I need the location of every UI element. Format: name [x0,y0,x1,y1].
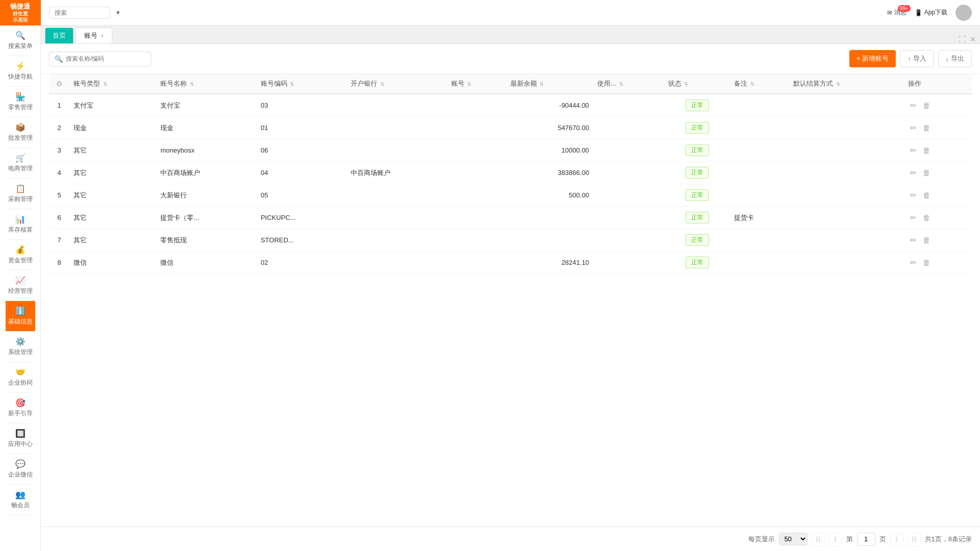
status-badge: 正常 [685,189,709,201]
row-remark [730,252,789,274]
ecommerce-icon: 🛒 [8,153,33,163]
edit-button[interactable]: ✏ [908,145,919,156]
export-label: 导出 [951,54,964,63]
row-balance: 500.00 [506,184,593,207]
edit-button[interactable]: ✏ [908,100,919,111]
row-remark [730,229,789,252]
member-icon: 👥 [8,490,33,499]
topbar-dropdown[interactable]: ▾ [116,9,120,16]
fullscreen-button[interactable]: ⛶ [959,35,966,43]
status-badge: 正常 [685,257,709,268]
sort-balance-icon[interactable]: ⇅ [540,81,544,87]
sidebar-item-wholesale[interactable]: 📦批发管理 [6,117,35,148]
row-action: ✏ 🗑 [904,252,972,274]
delete-button[interactable]: 🗑 [921,235,933,245]
import-button[interactable]: ↑ 导入 [900,50,934,67]
sidebar-item-app-center[interactable]: 🔲应用中心 [6,423,35,454]
row-code: 01 [257,117,347,139]
per-page-label: 每页显示 [748,535,775,544]
sort-settlement-icon[interactable]: ⇅ [836,81,840,87]
delete-button[interactable]: 🗑 [921,100,933,111]
row-type: 其它 [69,184,156,207]
topbar-left: ▾ [49,7,120,19]
sidebar-label-system: 系统管理 [8,348,33,356]
search-box[interactable]: 🔍 [49,52,151,66]
msg-badge: 99+ [898,5,911,12]
prev-page-button[interactable]: ⟨ [829,533,842,546]
last-page-button[interactable]: ⟩⟩ [908,533,921,546]
sidebar-item-enterprise[interactable]: 🤝企业协同 [6,362,35,393]
edit-button[interactable]: ✏ [908,212,919,223]
next-page-button[interactable]: ⟩ [890,533,903,546]
topbar-search-input[interactable] [49,7,110,19]
table-row: 4 其它 中百商场账户 04 中百商场账户 383866.00 正常 ✏ 🗑 [49,162,972,184]
edit-button[interactable]: ✏ [908,190,919,201]
row-status: 正常 [664,184,730,207]
delete-button[interactable]: 🗑 [921,212,933,223]
delete-button[interactable]: 🗑 [921,190,933,201]
delete-button[interactable]: 🗑 [921,167,933,178]
edit-button[interactable]: ✏ [908,235,919,246]
sidebar-item-inventory[interactable]: 📊库存核算 [6,209,35,240]
row-usage [593,184,664,207]
sort-status-icon[interactable]: ⇅ [684,81,688,87]
row-usage [593,229,664,252]
sidebar-item-ecommerce[interactable]: 🛒电商管理 [6,148,35,179]
sort-usage-icon[interactable]: ⇅ [619,81,623,87]
sort-account-icon[interactable]: ⇅ [467,81,471,87]
sidebar-item-quick-nav[interactable]: ⚡快捷导航 [6,56,35,87]
sidebar-item-member[interactable]: 👥畅会员 [6,485,35,515]
edit-button[interactable]: ✏ [908,167,919,179]
search-input[interactable] [66,55,145,62]
row-name: 支付宝 [156,94,256,117]
sidebar-item-enterprise-wechat[interactable]: 💬企业微信 [6,454,35,485]
sidebar-item-retail[interactable]: 🏪零售管理 [6,87,35,117]
sidebar-label-inventory: 库存核算 [8,226,33,233]
add-account-button[interactable]: + 新增账号 [849,50,896,67]
tab-account-close[interactable]: × [101,33,104,39]
sidebar-item-finance[interactable]: 💰资金管理 [6,240,35,270]
delete-button[interactable]: 🗑 [921,122,933,133]
sort-name-icon[interactable]: ⇅ [190,81,194,87]
close-button[interactable]: ✕ [970,35,976,43]
operation-icon: 📈 [8,276,33,285]
tab-home[interactable]: 首页 [45,28,74,43]
per-page-select[interactable]: 50 20 100 [779,533,807,545]
sort-bank-icon[interactable]: ⇅ [380,81,384,87]
sidebar-item-basic-info[interactable]: ℹ️基础信息 [6,301,35,332]
tab-account[interactable]: 账号 × [76,28,112,43]
sidebar-item-operation[interactable]: 📈经营管理 [6,270,35,301]
app-center-icon: 🔲 [8,429,33,438]
sort-remark-icon[interactable]: ⇅ [750,81,754,87]
edit-button[interactable]: ✏ [908,257,919,268]
delete-button[interactable]: 🗑 [921,145,933,156]
col-bank: 开户银行 ⇅ [347,74,447,94]
row-settlement [789,139,904,162]
avatar[interactable] [955,5,972,21]
export-button[interactable]: ↓ 导出 [938,50,972,67]
delete-button[interactable]: 🗑 [921,257,933,268]
sort-type-icon[interactable]: ⇅ [103,81,107,87]
page-input[interactable] [857,533,875,546]
row-code: 02 [257,252,347,274]
app-download-button[interactable]: 📱 App下载 [915,8,947,17]
row-name: 现金 [156,117,256,139]
topbar: ▾ ✉ 消息 99+ 📱 App下载 [41,0,980,26]
edit-button[interactable]: ✏ [908,122,919,134]
row-account [447,252,506,274]
system-icon: ⚙️ [8,337,33,346]
row-account [447,162,506,184]
sidebar-item-guide[interactable]: 🎯新手引导 [6,393,35,423]
first-page-button[interactable]: ⟨⟨ [812,533,825,546]
topbar-right: ✉ 消息 99+ 📱 App下载 [887,5,972,21]
row-code: 05 [257,184,347,207]
column-settings-icon[interactable]: ⚙ [56,80,63,88]
sidebar-item-system[interactable]: ⚙️系统管理 [6,332,35,362]
sidebar-item-search[interactable]: 🔍搜索菜单 [6,26,35,56]
table-row: 1 支付宝 支付宝 03 -90444.00 正常 ✏ 🗑 [49,94,972,117]
page-label: 第 [846,535,853,544]
sidebar-item-purchase[interactable]: 📋采购管理 [6,179,35,209]
sort-code-icon[interactable]: ⇅ [290,81,294,87]
msg-button[interactable]: ✉ 消息 99+ [887,8,906,17]
row-usage [593,117,664,139]
